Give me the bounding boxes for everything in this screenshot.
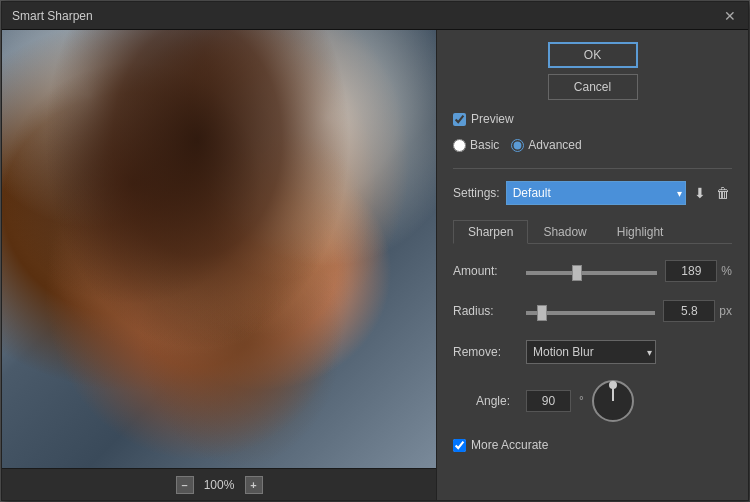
angle-input[interactable]: [526, 390, 571, 412]
dialog-body: – 100% + OK Cancel Preview Basic: [2, 30, 748, 500]
basic-label[interactable]: Basic: [470, 138, 499, 152]
preview-image[interactable]: [2, 30, 436, 468]
preview-row: Preview: [453, 112, 732, 126]
amount-label: Amount:: [453, 264, 518, 278]
settings-select-wrap: Default Custom ▾: [506, 181, 686, 205]
more-accurate-checkbox[interactable]: [453, 439, 466, 452]
remove-select-wrap: Gaussian Blur Lens Blur Motion Blur ▾: [526, 340, 656, 364]
tab-sharpen[interactable]: Sharpen: [453, 220, 528, 244]
settings-delete-button[interactable]: 🗑: [714, 183, 732, 203]
radius-group: Radius: px: [453, 300, 732, 326]
angle-label: Angle:: [453, 394, 518, 408]
action-buttons: OK Cancel: [453, 42, 732, 100]
zoom-level: 100%: [202, 478, 237, 492]
radius-label: Radius:: [453, 304, 518, 318]
remove-select[interactable]: Gaussian Blur Lens Blur Motion Blur: [526, 340, 656, 364]
amount-input[interactable]: [665, 260, 717, 282]
angle-dial[interactable]: [592, 380, 634, 422]
advanced-radio[interactable]: [511, 139, 524, 152]
divider-1: [453, 168, 732, 169]
advanced-label[interactable]: Advanced: [528, 138, 581, 152]
angle-row: Angle: °: [453, 380, 732, 422]
close-button[interactable]: ✕: [722, 9, 738, 23]
remove-label: Remove:: [453, 345, 518, 359]
tabs-row: Sharpen Shadow Highlight: [453, 219, 732, 244]
preview-footer: – 100% +: [2, 468, 436, 500]
advanced-option[interactable]: Advanced: [511, 138, 581, 152]
dial-indicator: [612, 385, 614, 401]
radius-slider[interactable]: [526, 311, 655, 315]
more-accurate-row: More Accurate: [453, 438, 732, 452]
basic-radio[interactable]: [453, 139, 466, 152]
amount-slider-wrap: [526, 264, 657, 278]
radius-input[interactable]: [663, 300, 715, 322]
preview-panel: – 100% +: [2, 30, 437, 500]
settings-select[interactable]: Default Custom: [506, 181, 686, 205]
more-accurate-label[interactable]: More Accurate: [471, 438, 548, 452]
zoom-in-button[interactable]: +: [245, 476, 263, 494]
preview-checkbox[interactable]: [453, 113, 466, 126]
smart-sharpen-dialog: Smart Sharpen ✕ – 100% + OK Cancel: [1, 1, 749, 501]
settings-row: Settings: Default Custom ▾ ⬇ 🗑: [453, 181, 732, 205]
radius-row: Radius: px: [453, 300, 732, 322]
dialog-title: Smart Sharpen: [12, 9, 93, 23]
amount-row: Amount: %: [453, 260, 732, 282]
amount-slider[interactable]: [526, 271, 657, 275]
radius-unit: px: [719, 304, 732, 318]
cancel-button[interactable]: Cancel: [548, 74, 638, 100]
title-bar: Smart Sharpen ✕: [2, 2, 748, 30]
settings-save-button[interactable]: ⬇: [692, 183, 708, 203]
ok-button[interactable]: OK: [548, 42, 638, 68]
radius-slider-wrap: [526, 304, 655, 318]
settings-label: Settings:: [453, 186, 500, 200]
basic-option[interactable]: Basic: [453, 138, 499, 152]
remove-row: Remove: Gaussian Blur Lens Blur Motion B…: [453, 340, 732, 364]
mode-row: Basic Advanced: [453, 138, 732, 152]
preview-label[interactable]: Preview: [471, 112, 514, 126]
zoom-out-button[interactable]: –: [176, 476, 194, 494]
controls-panel: OK Cancel Preview Basic Advanced: [437, 30, 748, 500]
tab-highlight[interactable]: Highlight: [602, 220, 679, 244]
angle-unit: °: [579, 394, 584, 408]
tab-shadow[interactable]: Shadow: [528, 220, 601, 244]
amount-group: Amount: %: [453, 260, 732, 286]
amount-unit: %: [721, 264, 732, 278]
preview-canvas: [2, 30, 436, 468]
